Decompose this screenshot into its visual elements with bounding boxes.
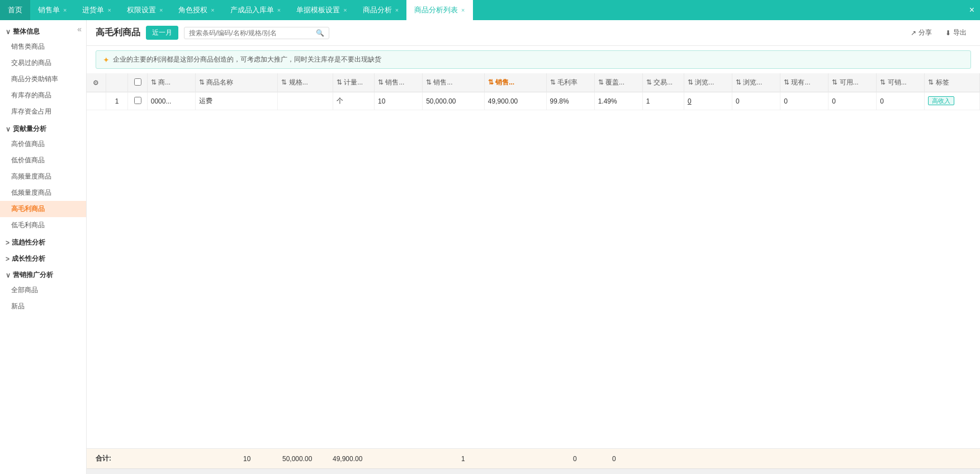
bottom-scrollbar[interactable] <box>87 468 980 474</box>
row-checkbox-0[interactable] <box>134 97 141 104</box>
sidebar-group-4[interactable]: ∨营销推广分析 <box>0 266 86 282</box>
col-header-browse1[interactable]: ⇅ 浏览... <box>684 73 732 92</box>
col-header-unit[interactable]: ⇅ 计量... <box>333 73 374 92</box>
arrow-icon: > <box>6 255 10 263</box>
row-browse2-0: 0 <box>732 92 780 110</box>
sidebar-group-2[interactable]: >流趋性分析 <box>0 233 86 250</box>
sidebar-item-1-0[interactable]: 高价值商品 <box>0 136 86 152</box>
sidebar-group-0[interactable]: ∨整体信息 <box>0 22 86 39</box>
row-spec-0 <box>278 92 333 110</box>
row-sales-profit-0: 49,900.00 <box>484 92 546 110</box>
export-button[interactable]: ⬇ 导出 <box>941 26 971 39</box>
row-settings-0 <box>87 92 106 110</box>
nav-item-5[interactable]: 产成品入库单 × <box>222 0 288 20</box>
col-header-trade[interactable]: ⇅ 交易... <box>642 73 684 92</box>
sidebar-item-4-0[interactable]: 全部商品 <box>0 282 86 298</box>
footer-cover <box>422 455 461 463</box>
share-button[interactable]: ↗ 分享 <box>906 26 936 39</box>
nav-close-icon-2[interactable]: × <box>107 7 111 13</box>
footer-browse1 <box>495 455 534 463</box>
sidebar-item-1-2[interactable]: 高频量度商品 <box>0 168 86 185</box>
search-box: 🔍 <box>184 27 329 39</box>
nav-close-icon-7[interactable]: × <box>395 7 399 13</box>
nav-item-6[interactable]: 单据模板设置 × <box>288 0 354 20</box>
sidebar-item-1-1[interactable]: 低价值商品 <box>0 152 86 168</box>
sidebar-item-1-5[interactable]: 低毛利商品 <box>0 217 86 233</box>
search-icon[interactable]: 🔍 <box>316 29 324 37</box>
row-stock1-0: 0 <box>780 92 828 110</box>
row-tag-0: 高收入 <box>925 92 980 110</box>
nav-item-3[interactable]: 权限设置 × <box>119 0 171 20</box>
nav-close-icon-8[interactable]: × <box>461 7 465 13</box>
sidebar-collapse-button[interactable]: « <box>77 25 82 34</box>
footer-browse2 <box>534 455 573 463</box>
col-header-code[interactable]: ⇅ 商... <box>147 73 195 92</box>
select-all-checkbox[interactable] <box>134 78 141 86</box>
nav-item-1[interactable]: 销售单 × <box>30 0 74 20</box>
row-browse1-0[interactable]: 0 <box>684 92 732 110</box>
col-header-sales-profit[interactable]: ⇅ 销售... <box>484 73 546 92</box>
sidebar-item-0-3[interactable]: 有库存的商品 <box>0 87 86 104</box>
col-header-num <box>106 73 127 92</box>
export-label: 导出 <box>953 28 967 37</box>
col-header-check[interactable] <box>128 73 147 92</box>
col-header-spec[interactable]: ⇅ 规格... <box>278 73 333 92</box>
col-header-gross-rate[interactable]: ⇅ 毛利率 <box>546 73 594 92</box>
nav-item-0[interactable]: 首页 <box>0 0 30 20</box>
main-layout: « ∨整体信息销售类商品交易过的商品商品分类助销率有库存的商品库存资金占用∨贡献… <box>0 20 980 474</box>
col-header-sales-qty[interactable]: ⇅ 销售... <box>375 73 423 92</box>
sidebar-item-0-4[interactable]: 库存资金占用 <box>0 104 86 120</box>
footer-total-row: 合计: 10 50,000.00 49,900.00 1 0 0 <box>87 448 980 468</box>
row-gross-0: 99.8% <box>546 92 594 110</box>
content-header: 高毛利商品 近一月 🔍 ↗ 分享 ⬇ 导出 <box>87 20 980 46</box>
col-header-stock2[interactable]: ⇅ 可用... <box>828 73 877 92</box>
row-unit-0: 个 <box>333 92 374 110</box>
sidebar-group-1[interactable]: ∨贡献量分析 <box>0 120 86 136</box>
nav-item-8[interactable]: 商品分析列表 × <box>406 0 472 20</box>
footer-stock1: 0 <box>573 455 612 463</box>
main-content: 高毛利商品 近一月 🔍 ↗ 分享 ⬇ 导出 ✦ 企业的主要的利润都是这部分商品创… <box>87 20 980 474</box>
row-num-0: 1 <box>106 92 127 110</box>
sidebar-item-1-3[interactable]: 低频量度商品 <box>0 185 86 201</box>
col-header-tag[interactable]: ⇅ 标签 <box>925 73 980 92</box>
sidebar-group-3[interactable]: >成长性分析 <box>0 250 86 266</box>
sidebar-item-0-0[interactable]: 销售类商品 <box>0 39 86 55</box>
col-header-settings[interactable]: ⚙ <box>87 73 106 92</box>
row-name-0: 运费 <box>195 92 278 110</box>
col-header-browse2[interactable]: ⇅ 浏览... <box>732 73 780 92</box>
col-header-sales-amt[interactable]: ⇅ 销售... <box>423 73 485 92</box>
row-check-0[interactable] <box>128 92 147 110</box>
row-trade-0: 1 <box>642 92 684 110</box>
nav-close-icon-5[interactable]: × <box>277 7 281 13</box>
col-header-cover[interactable]: ⇅ 覆盖... <box>594 73 642 92</box>
nav-close-icon-4[interactable]: × <box>211 7 214 13</box>
sidebar-item-0-2[interactable]: 商品分类助销率 <box>0 71 86 87</box>
info-icon: ✦ <box>103 55 110 64</box>
col-header-stock3[interactable]: ⇅ 可销... <box>877 73 925 92</box>
arrow-icon: ∨ <box>6 271 11 279</box>
row-stock3-0: 0 <box>877 92 925 110</box>
search-input[interactable] <box>189 29 314 37</box>
close-all-button[interactable]: × <box>969 5 980 15</box>
row-stock2-0: 0 <box>828 92 877 110</box>
footer-trade: 1 <box>461 455 495 463</box>
row-cover-0: 1.49% <box>594 92 642 110</box>
sidebar-item-0-1[interactable]: 交易过的商品 <box>0 55 86 71</box>
share-icon: ↗ <box>911 29 916 37</box>
sidebar-item-1-4[interactable]: 高毛利商品 <box>0 201 86 217</box>
nav-item-4[interactable]: 角色授权 × <box>171 0 222 20</box>
nav-item-7[interactable]: 商品分析 × <box>355 0 406 20</box>
col-header-stock1[interactable]: ⇅ 现有... <box>780 73 828 92</box>
nav-close-icon-1[interactable]: × <box>63 7 67 13</box>
sidebar-item-4-1[interactable]: 新品 <box>0 298 86 315</box>
share-label: 分享 <box>919 28 932 37</box>
nav-close-icon-6[interactable]: × <box>343 7 347 13</box>
footer-gross <box>383 455 422 463</box>
nav-close-icon-3[interactable]: × <box>159 7 163 13</box>
info-text: 企业的主要的利润都是这部分商品创造的，可考虑加大推广，同时关注库存是不要出现缺货 <box>113 55 381 64</box>
nav-item-2[interactable]: 进货单 × <box>74 0 119 20</box>
col-header-name[interactable]: ⇅ 商品名称 <box>195 73 278 92</box>
footer-cols: 10 50,000.00 49,900.00 1 0 0 <box>116 455 971 463</box>
filter-recent-month[interactable]: 近一月 <box>146 26 178 40</box>
footer-sales-profit: 49,900.00 <box>333 455 383 463</box>
